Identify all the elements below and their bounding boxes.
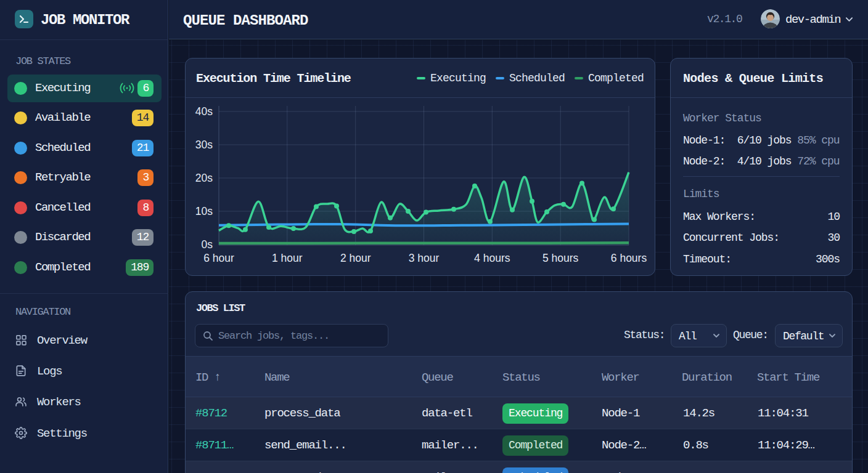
svg-text:1 hour: 1 hour	[272, 252, 303, 264]
svg-text:4 hours: 4 hours	[474, 252, 510, 264]
svg-text:40s: 40s	[195, 105, 213, 118]
svg-text:0s: 0s	[202, 238, 213, 251]
svg-text:6 hours: 6 hours	[611, 252, 647, 264]
svg-text:10s: 10s	[195, 205, 213, 217]
svg-text:30s: 30s	[195, 139, 213, 151]
svg-text:3 hour: 3 hour	[409, 252, 440, 264]
svg-text:5 hours: 5 hours	[542, 252, 579, 264]
svg-text:6 hour: 6 hour	[203, 252, 234, 264]
svg-text:2 hour: 2 hour	[340, 252, 371, 264]
svg-text:20s: 20s	[195, 172, 213, 184]
